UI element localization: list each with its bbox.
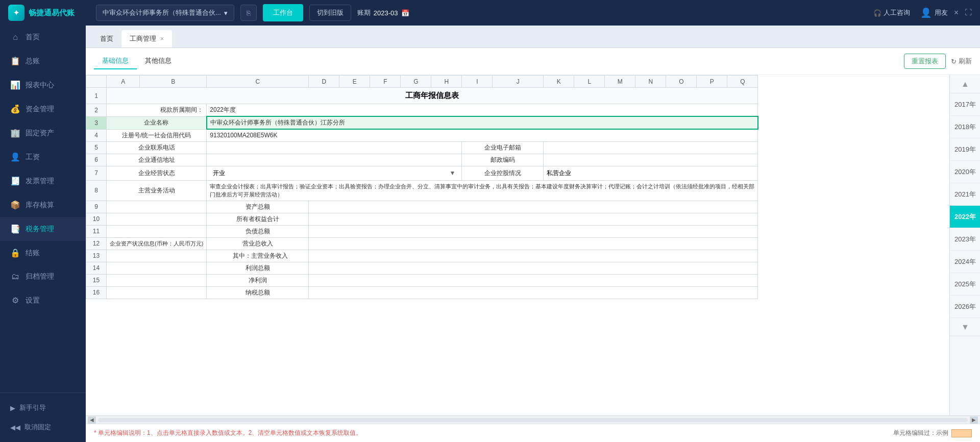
cell-16-a — [107, 286, 207, 299]
calendar-icon[interactable]: 📅 — [401, 9, 409, 17]
old-version-button[interactable]: 切到旧版 — [309, 5, 351, 21]
payroll-icon: 👤 — [10, 152, 20, 162]
tab-home[interactable]: 首页 — [92, 30, 121, 47]
scroll-right-button[interactable]: ▶ — [970, 416, 978, 424]
table-row: 10 所有者权益合计 — [86, 213, 758, 225]
company-selector[interactable]: 中审众环会计师事务所（特殊普通合伙... ▾ — [96, 5, 234, 21]
cell-6-value[interactable] — [207, 154, 462, 166]
table-row: 15 净利润 — [86, 274, 758, 286]
sidebar-item-invoice[interactable]: 🧾 发票管理 — [0, 169, 86, 193]
table-row: 14 利润总额 — [86, 262, 758, 274]
cell-11-value[interactable] — [309, 225, 758, 237]
cell-9-value[interactable] — [309, 201, 758, 213]
cell-16-value[interactable] — [309, 286, 758, 299]
cell-6-right-value[interactable] — [544, 154, 758, 166]
cell-7-value[interactable]: 开业 ▼ — [207, 166, 462, 180]
cell-10-a — [107, 213, 207, 225]
cell-14-value[interactable] — [309, 262, 758, 274]
year-nav: ▲ 2017年 2018年 2019年 2020年 2021年 2022年 20… — [950, 75, 980, 336]
tab-basic-info[interactable]: 基础信息 — [94, 53, 137, 69]
service-button[interactable]: 🎧 人工咨询 — [873, 8, 910, 17]
year-item-2026[interactable]: 2026年 — [950, 296, 980, 318]
year-item-2021[interactable]: 2021年 — [950, 183, 980, 206]
cell-8-label: 主营业务活动 — [107, 180, 207, 201]
row-num-3: 3 — [86, 116, 107, 129]
year-item-2025[interactable]: 2025年 — [950, 273, 980, 296]
cell-12-value[interactable] — [309, 237, 758, 250]
sidebar-item-assets[interactable]: 🏢 固定资产 — [0, 121, 86, 145]
horizontal-scrollbar[interactable]: ◀ ▶ — [86, 415, 980, 424]
refresh-button[interactable]: ↻ 刷新 — [951, 57, 972, 66]
sidebar-item-ledger[interactable]: 📋 总账 — [0, 49, 86, 73]
year-nav-up-button[interactable]: ▲ — [950, 75, 980, 93]
sidebar-label-close: 结账 — [26, 249, 40, 258]
refresh-label: 刷新 — [959, 57, 972, 66]
year-item-2022[interactable]: 2022年 — [950, 206, 980, 228]
year-item-2024[interactable]: 2024年 — [950, 251, 980, 273]
sidebar-item-close[interactable]: 🔒 结账 — [0, 241, 86, 265]
scroll-track[interactable] — [98, 418, 968, 422]
sidebar-label-assets: 固定资产 — [26, 129, 54, 138]
year-item-2023[interactable]: 2023年 — [950, 228, 980, 251]
cell-5-value[interactable] — [207, 141, 462, 154]
pin-icon: ◀◀ — [10, 424, 20, 431]
cell-13-value[interactable] — [309, 250, 758, 262]
sidebar-item-payroll[interactable]: 👤 工资 — [0, 145, 86, 169]
reset-report-button[interactable]: 重置报表 — [904, 54, 946, 69]
cell-7-right-value[interactable]: 私营企业 — [544, 166, 758, 180]
user-area[interactable]: 👤 用友 — [920, 7, 948, 18]
sidebar-item-finance[interactable]: 💰 资金管理 — [0, 97, 86, 121]
home-icon: ⌂ — [10, 33, 20, 42]
service-label: 人工咨询 — [884, 8, 910, 17]
sidebar-item-tax[interactable]: 📑 税务管理 — [0, 217, 86, 241]
dropdown-arrow-icon[interactable]: ▼ — [449, 169, 455, 177]
year-item-2020[interactable]: 2020年 — [950, 161, 980, 183]
close-window-button[interactable]: × — [954, 8, 959, 17]
cell-12-label: 企业资产状况信息(币种：人民币万元) — [107, 237, 207, 250]
corner-header — [86, 76, 107, 88]
pin-button[interactable]: ◀◀ 取消固定 — [0, 418, 86, 437]
year-item-2017[interactable]: 2017年 — [950, 93, 980, 116]
cell-4-value[interactable]: 91320100MA208E5W6K — [207, 129, 758, 141]
workbench-button[interactable]: 工作台 — [263, 4, 303, 21]
cell-5-right-value[interactable] — [544, 141, 758, 154]
tab-active[interactable]: 工商管理 × — [121, 30, 172, 47]
cell-11-a — [107, 225, 207, 237]
sidebar-item-report[interactable]: 📊 报表中心 — [0, 73, 86, 97]
year-item-2019[interactable]: 2019年 — [950, 138, 980, 161]
headset-icon: 🎧 — [873, 9, 881, 17]
cell-8-value[interactable]: 审查企业会计报表；出具审计报告；验证企业资本；出具验资报告；办理企业合并、分立、… — [207, 180, 758, 201]
sidebar-label-payroll: 工资 — [26, 153, 40, 162]
sidebar-item-home[interactable]: ⌂ 首页 — [0, 26, 86, 49]
cell-15-value[interactable] — [309, 274, 758, 286]
tab-other-info[interactable]: 其他信息 — [137, 53, 180, 69]
scroll-left-button[interactable]: ◀ — [88, 416, 96, 424]
row-num-13: 13 — [86, 250, 107, 262]
col-header-h: H — [431, 76, 462, 88]
tab-close-button[interactable]: × — [160, 35, 164, 42]
copy-button[interactable]: ⎘ — [240, 5, 257, 21]
cell-title[interactable]: 工商年报信息表 — [107, 88, 758, 104]
new-guide-button[interactable]: ▶ 新手引导 — [0, 398, 86, 418]
year-item-2018[interactable]: 2018年 — [950, 116, 980, 138]
year-nav-down-button[interactable]: ▼ — [950, 318, 980, 336]
sidebar-item-inventory[interactable]: 📦 库存核算 — [0, 193, 86, 217]
sidebar-item-settings[interactable]: ⚙ 设置 — [0, 288, 86, 312]
sidebar-item-archive[interactable]: 🗂 归档管理 — [0, 265, 86, 288]
cell-10-value[interactable] — [309, 213, 758, 225]
cell-9-a — [107, 201, 207, 213]
row-num-6: 6 — [86, 154, 107, 166]
year-panel: ▲ 2017年 2018年 2019年 2020年 2021年 2022年 20… — [949, 75, 980, 415]
cell-3-value[interactable]: 中审众环会计师事务所（特殊普通合伙）江苏分所 — [207, 116, 758, 129]
table-row: 8 主营业务活动 审查企业会计报表；出具审计报告；验证企业资本；出具验资报告；办… — [86, 180, 758, 201]
col-header-g: G — [401, 76, 431, 88]
cell-11-label: 负债总额 — [207, 225, 309, 237]
maximize-window-button[interactable]: ⛶ — [965, 8, 972, 17]
row-num-15: 15 — [86, 274, 107, 286]
cell-15-a — [107, 274, 207, 286]
status-right: 单元格编辑过：示例 — [893, 429, 972, 437]
cell-2-value[interactable]: 2022年度 — [207, 104, 758, 117]
invoice-icon: 🧾 — [10, 176, 20, 186]
inventory-icon: 📦 — [10, 200, 20, 210]
sheet-main[interactable]: A B C D E F G H I J K L M — [86, 75, 949, 415]
